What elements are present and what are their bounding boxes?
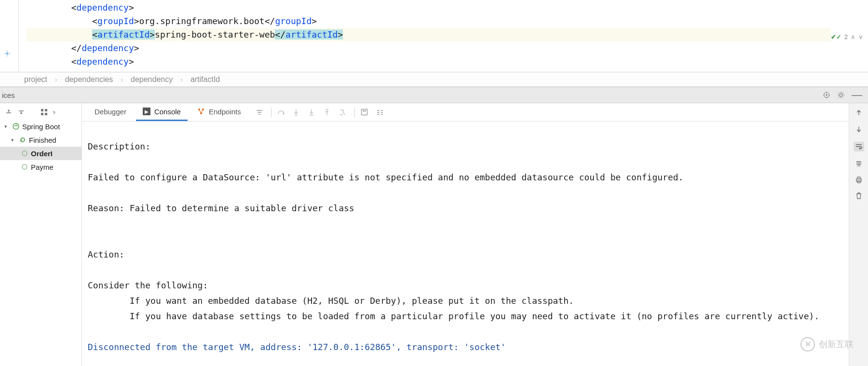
step-into-icon[interactable] [293, 108, 302, 116]
rerun-icon [18, 136, 27, 144]
code-line[interactable]: <artifactId>spring-boot-starter-web</art… [27, 28, 831, 41]
code-line[interactable]: </dependency> [27, 41, 831, 55]
step-out-icon[interactable] [324, 108, 333, 116]
svg-rect-18 [361, 109, 367, 115]
trace-current-stream-icon[interactable] [376, 109, 386, 116]
bean-gutter-icon[interactable] [3, 49, 12, 58]
tab-label: Console [154, 108, 181, 116]
console-output[interactable]: Description: Failed to configure a DataS… [82, 122, 849, 366]
svg-point-2 [826, 94, 827, 96]
tree-node-service[interactable]: Payme [0, 160, 81, 174]
print-icon[interactable] [855, 176, 863, 183]
console-icon: ▶ [143, 108, 150, 115]
soft-wrap-icon[interactable] [854, 142, 864, 151]
svg-rect-15 [310, 115, 313, 116]
editor-gutter [0, 0, 27, 72]
debug-panel: ›› ▾ Spring Boot ▾ Finished [0, 103, 868, 366]
breadcrumb: project › dependencies › dependency › ar… [0, 72, 868, 87]
breadcrumb-item[interactable]: artifactId [190, 75, 220, 84]
console-line: Consider the following: [88, 280, 208, 290]
tree-node-finished[interactable]: ▾ Finished [0, 133, 81, 147]
chevron-right-icon: › [180, 76, 183, 83]
endpoints-icon [197, 108, 205, 115]
editor-pane: <dependency> <groupId>org.springframewor… [0, 0, 868, 72]
scroll-down-icon[interactable] [855, 125, 863, 133]
expand-all-icon[interactable] [5, 108, 13, 116]
chevron-right-icon: › [121, 76, 123, 83]
filter-icon[interactable] [256, 109, 265, 116]
svg-point-0 [6, 53, 9, 55]
services-tree[interactable]: ▾ Spring Boot ▾ Finished OrderI [0, 120, 81, 174]
svg-rect-5 [45, 109, 47, 111]
console-line: If you want an embedded database (H2, HS… [130, 296, 574, 306]
tree-label: Finished [29, 136, 56, 144]
svg-point-8 [13, 123, 19, 129]
run-to-cursor-icon[interactable] [339, 108, 349, 116]
target-icon[interactable] [823, 91, 830, 99]
chevron-down-icon[interactable]: ∨ [858, 33, 863, 41]
inspection-count: 2 [844, 33, 848, 41]
tree-node-springboot[interactable]: ▾ Spring Boot [0, 120, 81, 133]
svg-point-3 [840, 94, 842, 96]
code-line[interactable]: <dependency> [27, 55, 831, 68]
tree-node-service[interactable]: OrderI [0, 147, 81, 160]
trash-icon[interactable] [855, 192, 862, 200]
services-toolbar: ›› [0, 104, 81, 120]
debug-main: Debugger ▶ Console Endpoints [82, 103, 849, 366]
console-line: If you have database settings to be load… [130, 311, 819, 321]
svg-rect-16 [326, 109, 328, 110]
chevron-right-icon: › [55, 76, 57, 83]
services-tree-panel: ›› ▾ Spring Boot ▾ Finished [0, 103, 82, 366]
console-right-gutter [849, 103, 868, 366]
svg-point-9 [22, 151, 27, 156]
svg-point-10 [22, 164, 27, 169]
code-line[interactable]: <dependency> [27, 1, 831, 14]
scroll-up-icon[interactable] [855, 109, 863, 117]
code-editor[interactable]: <dependency> <groupId>org.springframewor… [27, 0, 831, 72]
chevron-down-icon[interactable]: ▾ [9, 137, 16, 143]
svg-rect-4 [41, 109, 43, 111]
chevron-up-icon[interactable]: ∧ [851, 33, 855, 41]
minimize-icon[interactable]: — [852, 93, 862, 97]
console-line: Reason: Failed to determine a suitable d… [88, 203, 354, 213]
toolwindow-title: ices [2, 91, 15, 99]
console-toolbar [256, 108, 386, 117]
evaluate-expression-icon[interactable] [361, 108, 370, 116]
grid-icon[interactable] [41, 108, 48, 116]
editor-inspections[interactable]: ✔✓ 2 ∧ ∨ [831, 0, 868, 72]
services-toolwindow-header: ices — [0, 87, 868, 103]
tree-label: Payme [31, 163, 54, 171]
svg-rect-19 [363, 110, 366, 111]
svg-rect-7 [45, 113, 47, 115]
scroll-to-end-icon[interactable] [855, 160, 863, 168]
svg-rect-21 [857, 177, 860, 179]
svg-rect-17 [340, 114, 343, 115]
spring-icon [12, 122, 20, 130]
tab-label: Endpoints [209, 108, 241, 116]
chevron-down-icon[interactable]: ▾ [2, 123, 10, 130]
breadcrumb-item[interactable]: dependency [131, 75, 173, 84]
spring-service-icon [20, 150, 29, 157]
collapse-all-icon[interactable] [17, 108, 25, 116]
tree-label: Spring Boot [22, 122, 60, 131]
debug-tabs: Debugger ▶ Console Endpoints [82, 103, 849, 122]
gear-icon[interactable] [837, 91, 845, 99]
tab-debugger[interactable]: Debugger [88, 103, 133, 121]
svg-rect-14 [295, 115, 298, 116]
tab-console[interactable]: ▶ Console [136, 103, 188, 121]
tab-endpoints[interactable]: Endpoints [190, 103, 248, 121]
inspection-ok-icon: ✔✓ [831, 33, 841, 41]
svg-rect-22 [857, 181, 860, 183]
force-step-into-icon[interactable] [308, 108, 318, 116]
step-over-icon[interactable] [277, 109, 287, 116]
tree-label: OrderI [31, 149, 53, 158]
console-line-vm: Disconnected from the target VM, address… [88, 342, 506, 352]
svg-rect-6 [41, 113, 43, 115]
code-line[interactable]: <groupId>org.springframework.boot</group… [27, 14, 831, 28]
more-icon[interactable]: ›› [53, 108, 54, 116]
console-line: Action: [88, 249, 124, 259]
breadcrumb-item[interactable]: dependencies [65, 75, 113, 84]
console-line: Description: [88, 141, 150, 151]
spring-service-icon [20, 163, 29, 170]
breadcrumb-item[interactable]: project [24, 75, 47, 84]
